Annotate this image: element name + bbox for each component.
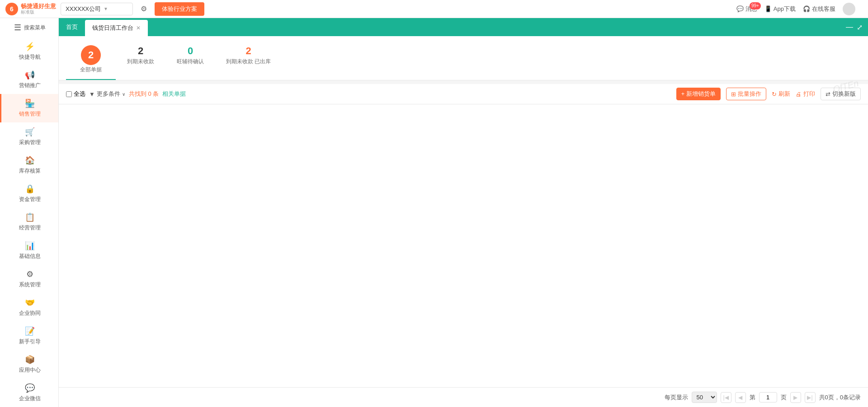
stat-count-all: 2 [81, 45, 101, 65]
stat-label-pending: 旺辅待确认 [177, 58, 204, 65]
sidebar-item-inventory[interactable]: 🏠 库存核算 [0, 151, 58, 179]
pagination: 每页显示 50 100 200 |◀ ◀ 第 页 ▶ ▶| 共0页，0条记录 [59, 387, 868, 407]
sidebar-item-guide[interactable]: 📝 新手引导 [0, 322, 58, 350]
trial-button[interactable]: 体验行业方案 [155, 2, 204, 16]
toolbar-left: 全选 ▼ 更多条件 ∨ 共找到 0 条 相关单据 [66, 90, 186, 98]
sidebar-label-finance: 资金管理 [19, 196, 41, 203]
sidebar-item-app-center[interactable]: 📦 应用中心 [0, 350, 58, 379]
sidebar-item-sales[interactable]: 🏪 销售管理 [0, 94, 58, 122]
sidebar-label-app-center: 应用中心 [19, 366, 41, 374]
found-link[interactable]: 相关单据 [162, 90, 186, 98]
stat-tab-overdue[interactable]: 2 到期未收款 [116, 42, 165, 80]
enterprise-icon: 🤝 [25, 298, 35, 308]
sidebar-label-inventory: 库存核算 [19, 167, 41, 175]
tab-close-icon[interactable]: ✕ [136, 25, 141, 31]
logo-main: 畅捷通好生意 [21, 3, 56, 10]
top-bar-right: 💬 消息 99+ 📱 App下载 🎧 在线客服 [736, 3, 863, 15]
sidebar-label-system: 系统管理 [19, 281, 41, 289]
sidebar-label-guide: 新手引导 [19, 338, 41, 346]
sales-icon: 🏪 [25, 98, 35, 108]
per-page-label: 每页显示 [665, 393, 688, 402]
found-text: 共找到 0 条 [129, 90, 159, 98]
batch-btn[interactable]: ⊞ 批量操作 [726, 88, 766, 100]
tab-active[interactable]: 钱货日清工作台 ✕ [85, 20, 148, 36]
stat-tab-pending[interactable]: 0 旺辅待确认 [165, 42, 215, 80]
stat-label-overdue-out: 到期未收款 已出库 [226, 58, 271, 65]
select-all-checkbox[interactable] [66, 91, 72, 97]
stat-count-pending: 0 [188, 45, 193, 57]
app-center-icon: 📦 [25, 355, 35, 365]
company-selector[interactable]: XXXXXX公司 ▼ [61, 3, 133, 15]
sidebar-label-sales: 销售管理 [19, 110, 41, 118]
online-service-icon: 🎧 [803, 5, 810, 12]
logo-area: 6 畅捷通好生意 标准版 [5, 3, 56, 15]
sidebar-item-finance[interactable]: 🔒 资金管理 [0, 179, 58, 208]
stat-tab-all[interactable]: 2 全部单据 [66, 42, 116, 80]
main-layout: ☰ 搜索菜单 ⚡ 快捷导航 📢 营销推广 🏪 销售管理 🛒 采购管理 🏠 库存核… [0, 18, 868, 407]
prev-page-btn[interactable]: ◀ [735, 392, 746, 403]
app-download-item[interactable]: 📱 App下载 [764, 5, 796, 13]
top-bar-left: 6 畅捷通好生意 标准版 XXXXXX公司 ▼ ⚙ 体验行业方案 [5, 2, 204, 16]
sidebar-label-wechat: 企业微信 [19, 395, 41, 402]
operations-icon: 📋 [25, 212, 35, 222]
stat-tab-overdue-out[interactable]: 2 到期未收款 已出库 [215, 42, 282, 80]
maximize-icon[interactable]: ⤢ [857, 23, 863, 32]
page-input[interactable] [759, 392, 777, 402]
print-icon: 🖨 [796, 91, 802, 98]
switch-btn[interactable]: ⇄ 切换新版 [821, 88, 861, 100]
basic-info-icon: 📊 [25, 241, 35, 251]
sidebar-label-enterprise: 企业协同 [19, 309, 41, 317]
logo-text: 畅捷通好生意 标准版 [21, 3, 56, 15]
tab-active-label: 钱货日清工作台 [92, 24, 133, 32]
sidebar-item-operations[interactable]: 📋 经营管理 [0, 208, 58, 236]
message-icon: 💬 [736, 5, 744, 12]
toolbar-right: + 新增销货单 ⊞ 批量操作 ↻ 刷新 🖨 打印 ⇄ [676, 88, 861, 100]
sidebar-item-marketing[interactable]: 📢 营销推广 [0, 65, 58, 94]
stat-label-all: 全部单据 [80, 66, 102, 74]
last-page-btn[interactable]: ▶| [805, 392, 816, 403]
stat-count-overdue: 2 [138, 45, 143, 57]
settings-icon[interactable]: ⚙ [137, 3, 150, 15]
finance-icon: 🔒 [25, 184, 35, 194]
more-filters-btn[interactable]: ▼ 更多条件 ∨ [89, 90, 125, 98]
sidebar-label-operations: 经营管理 [19, 224, 41, 232]
sidebar-item-system[interactable]: ⚙ 系统管理 [0, 265, 58, 293]
print-label: 打印 [803, 90, 815, 98]
sidebar-label-marketing: 营销推广 [19, 82, 41, 89]
stats-tabs: 2 全部单据 2 到期未收款 0 旺辅待确认 2 到期未收款 已出库 [59, 36, 868, 80]
search-menu-icon: ☰ [14, 23, 21, 33]
sidebar-item-search-menu[interactable]: ☰ 搜索菜单 [0, 18, 58, 37]
inventory-icon: 🏠 [25, 155, 35, 165]
batch-label: 批量操作 [738, 90, 761, 98]
minimize-icon[interactable]: — [846, 23, 853, 31]
refresh-btn[interactable]: ↻ 刷新 [772, 90, 790, 98]
switch-icon: ⇄ [826, 91, 830, 98]
print-btn[interactable]: 🖨 打印 [796, 90, 815, 98]
messages-item[interactable]: 💬 消息 99+ [736, 5, 757, 13]
avatar[interactable] [843, 3, 855, 15]
online-service-item[interactable]: 🎧 在线客服 [803, 5, 835, 13]
select-all-text: 全选 [74, 90, 85, 98]
page-suffix: 页 [781, 393, 787, 402]
tab-home[interactable]: 首页 [59, 18, 85, 36]
tab-home-label: 首页 [66, 23, 78, 31]
content-area: 首页 钱货日清工作台 ✕ — ⤢ 2 全部单据 2 到期未 [59, 18, 868, 407]
sidebar-item-wechat[interactable]: 💬 企业微信 [0, 379, 58, 407]
per-page-select[interactable]: 50 100 200 [692, 392, 717, 403]
table-area [59, 104, 868, 387]
guide-icon: 📝 [25, 326, 35, 336]
purchase-icon: 🛒 [25, 127, 35, 137]
more-filters-label: 更多条件 [97, 90, 120, 98]
sidebar-item-purchase[interactable]: 🛒 采购管理 [0, 122, 58, 151]
sidebar-item-enterprise[interactable]: 🤝 企业协同 [0, 293, 58, 322]
add-sales-btn[interactable]: + 新增销货单 [676, 88, 721, 100]
select-all-label[interactable]: 全选 [66, 90, 85, 98]
sidebar-item-basic-info[interactable]: 📊 基础信息 [0, 236, 58, 265]
tab-bar: 首页 钱货日清工作台 ✕ — ⤢ [59, 18, 868, 36]
stat-label-overdue: 到期未收款 [127, 58, 154, 65]
first-page-btn[interactable]: |◀ [721, 392, 731, 403]
found-count: 0 [148, 90, 151, 97]
sidebar-item-quick-nav[interactable]: ⚡ 快捷导航 [0, 37, 58, 65]
next-page-btn[interactable]: ▶ [790, 392, 801, 403]
top-bar: 6 畅捷通好生意 标准版 XXXXXX公司 ▼ ⚙ 体验行业方案 💬 消息 99… [0, 0, 868, 18]
